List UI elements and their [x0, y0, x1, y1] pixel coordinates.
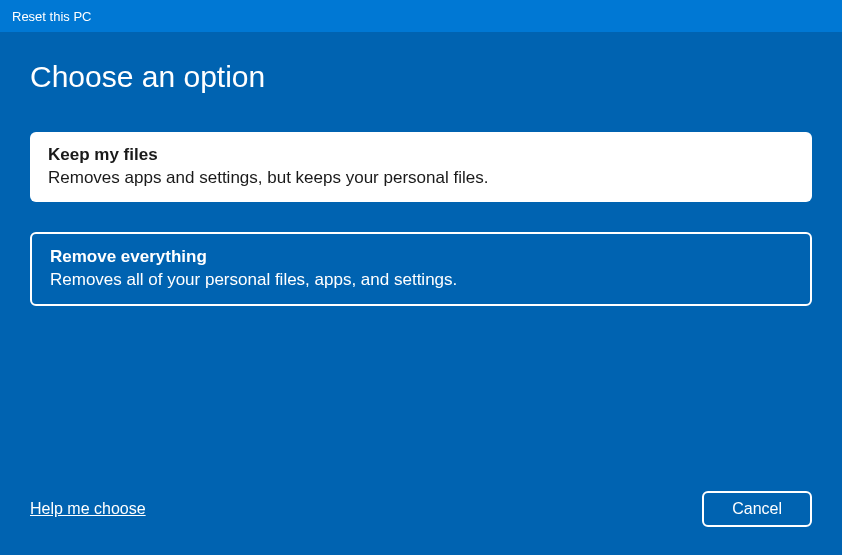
window-title: Reset this PC	[12, 9, 91, 24]
help-me-choose-link[interactable]: Help me choose	[30, 500, 146, 518]
option-description: Removes apps and settings, but keeps you…	[48, 166, 794, 190]
cancel-button[interactable]: Cancel	[702, 491, 812, 527]
option-keep-my-files[interactable]: Keep my files Removes apps and settings,…	[30, 132, 812, 202]
page-heading: Choose an option	[30, 60, 812, 94]
content-area: Choose an option Keep my files Removes a…	[0, 32, 842, 306]
option-title: Remove everything	[50, 246, 792, 268]
option-description: Removes all of your personal files, apps…	[50, 268, 792, 292]
title-bar: Reset this PC	[0, 0, 842, 32]
footer: Help me choose Cancel	[30, 491, 812, 527]
option-remove-everything[interactable]: Remove everything Removes all of your pe…	[30, 232, 812, 306]
option-title: Keep my files	[48, 144, 794, 166]
